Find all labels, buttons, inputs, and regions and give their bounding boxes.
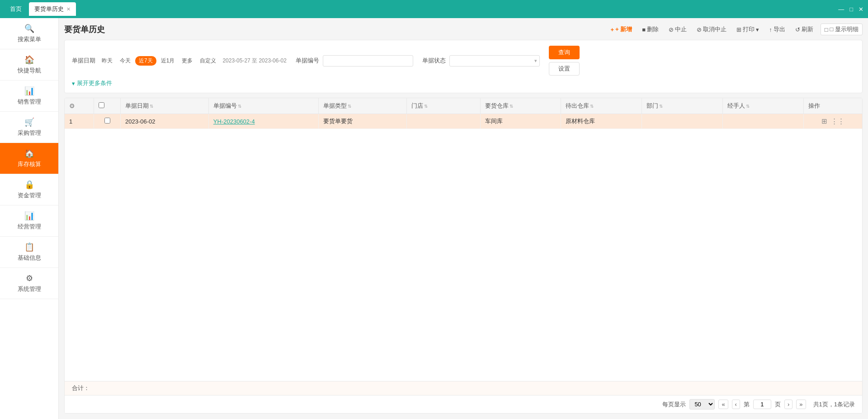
- sidebar-item-ops[interactable]: 📊 经营管理: [0, 205, 58, 237]
- sidebar-item-sales[interactable]: 📊 销售管理: [0, 81, 58, 112]
- sort-reqwh-button[interactable]: 要货仓库 ⇅: [485, 102, 513, 110]
- sort-date-icon: ⇅: [150, 104, 153, 109]
- close-window-icon[interactable]: ✕: [859, 6, 863, 13]
- date-yesterday-btn[interactable]: 昨天: [99, 56, 115, 66]
- sort-handler-button[interactable]: 经手人 ⇅: [727, 102, 750, 110]
- content-area: 要货单历史 + + 新增 ■ 删除 ⊘ 中止 ⊘ 取消中止: [59, 18, 868, 419]
- sidebar-item-purchase-label: 采购管理: [18, 129, 41, 137]
- data-table: ⚙ 单据日期 ⇅: [65, 98, 862, 129]
- sidebar-item-purchase[interactable]: 🛒 采购管理: [0, 112, 58, 143]
- date-filter-label: 单据日期: [72, 57, 95, 65]
- window-controls: — □ ✕: [838, 6, 863, 13]
- sort-type-button[interactable]: 单据类型 ⇅: [323, 102, 351, 110]
- row-more-icon[interactable]: ⋮⋮: [831, 117, 844, 125]
- sidebar-item-finance-label: 资金管理: [18, 191, 41, 200]
- sort-pendwh-button[interactable]: 待出仓库 ⇅: [566, 102, 594, 110]
- sort-dept-button[interactable]: 部门 ⇅: [646, 102, 663, 110]
- sidebar-item-sales-label: 销售管理: [18, 98, 41, 106]
- gear-settings-icon[interactable]: ⚙: [69, 102, 75, 110]
- minimize-icon[interactable]: —: [838, 6, 844, 13]
- sort-reqwh-icon: ⇅: [509, 104, 513, 109]
- toolbar: + + 新增 ■ 删除 ⊘ 中止 ⊘ 取消中止 ⊞ 打印: [608, 24, 863, 35]
- col-header-pend-wh: 待出仓库 ⇅: [561, 98, 642, 114]
- col-header-type: 单据类型 ⇅: [319, 98, 407, 114]
- date-more-btn[interactable]: 更多: [179, 56, 195, 66]
- sort-date-button[interactable]: 单据日期 ⇅: [125, 102, 153, 110]
- row-type: 要货单要货: [319, 114, 407, 129]
- cancel-stop-icon: ⊘: [697, 26, 702, 33]
- print-button[interactable]: ⊞ 打印 ▾: [734, 24, 762, 35]
- new-button[interactable]: + + 新增: [608, 24, 635, 35]
- col-handler-label: 经手人: [727, 102, 745, 110]
- page-number-input[interactable]: [753, 400, 771, 409]
- expand-icon: ▾: [72, 80, 75, 87]
- row-req-wh: 车间库: [480, 114, 561, 129]
- sidebar-item-basic[interactable]: 📋 基础信息: [0, 237, 58, 268]
- sidebar-item-inventory-label: 库存核算: [18, 160, 41, 168]
- print-icon: ⊞: [736, 26, 741, 33]
- expand-more-button[interactable]: ▾ 展开更多条件: [72, 79, 855, 87]
- home-icon: 🏠: [24, 55, 34, 65]
- last-page-button[interactable]: »: [796, 400, 806, 409]
- doc-no-input[interactable]: [323, 55, 413, 67]
- col-ops-label: 操作: [808, 102, 820, 109]
- date-custom-btn[interactable]: 自定义: [197, 56, 219, 66]
- col-header-gear: ⚙: [65, 98, 94, 114]
- sort-num-button[interactable]: 单据编号 ⇅: [213, 102, 241, 110]
- col-store-label: 门店: [411, 102, 423, 110]
- stop-button[interactable]: ⊘ 中止: [666, 24, 689, 35]
- table-body: 1 2023-06-02 YH-20230602-4 要货单要货: [65, 114, 862, 129]
- doc-no-filter-group: 单据编号: [296, 55, 413, 67]
- row-num: YH-20230602-4: [208, 114, 319, 129]
- date-range-buttons: 昨天 今天 近7天 近1月 更多 自定义: [99, 56, 219, 66]
- sort-store-button[interactable]: 门店 ⇅: [411, 102, 428, 110]
- cancel-stop-button[interactable]: ⊘ 取消中止: [694, 24, 729, 35]
- settings-button[interactable]: 设置: [549, 62, 580, 76]
- sort-type-icon: ⇅: [348, 104, 351, 109]
- row-dept: [642, 114, 723, 129]
- sidebar-item-quicknav[interactable]: 🏠 快捷导航: [0, 49, 58, 81]
- row-checkbox[interactable]: [104, 118, 110, 124]
- doc-num-link[interactable]: YH-20230602-4: [213, 118, 255, 125]
- delete-button[interactable]: ■ 删除: [639, 24, 661, 35]
- page-label: 第: [744, 400, 750, 409]
- query-button[interactable]: 查询: [549, 46, 580, 59]
- sidebar-item-search[interactable]: 🔍 搜索菜单: [0, 18, 58, 49]
- sidebar-item-finance[interactable]: 🔒 资金管理: [0, 174, 58, 205]
- refresh-button[interactable]: ↺ 刷新: [793, 24, 816, 35]
- tab-home[interactable]: 首页: [5, 2, 27, 16]
- col-num-label: 单据编号: [213, 102, 237, 110]
- status-select[interactable]: [449, 55, 540, 67]
- prev-page-button[interactable]: ‹: [732, 400, 740, 409]
- col-header-handler: 经手人 ⇅: [722, 98, 803, 114]
- date-today-btn[interactable]: 今天: [117, 56, 133, 66]
- sort-num-icon: ⇅: [238, 104, 241, 109]
- delete-label: 删除: [647, 25, 659, 33]
- tab-requisition-history[interactable]: 要货单历史 ✕: [29, 2, 76, 16]
- status-select-wrapper: ▾: [449, 55, 540, 67]
- checkbox-icon: □: [825, 26, 828, 33]
- close-tab-icon[interactable]: ✕: [66, 6, 71, 12]
- sidebar: 🔍 搜索菜单 🏠 快捷导航 📊 销售管理 🛒 采购管理 🏠 库存核算 🔒 资金管…: [0, 18, 59, 419]
- per-page-select[interactable]: 50 10 20 100: [689, 399, 715, 409]
- display-cell-button[interactable]: □ □ 显示明细: [821, 24, 863, 35]
- date-last7-btn[interactable]: 近7天: [135, 56, 156, 66]
- filter-area: 单据日期 昨天 今天 近7天 近1月 更多 自定义 2023-05-27 至 2…: [64, 40, 863, 93]
- export-button[interactable]: ↑ 导出: [766, 24, 788, 35]
- inventory-icon: 🏠: [24, 148, 34, 158]
- col-header-dept: 部门 ⇅: [642, 98, 723, 114]
- first-page-button[interactable]: «: [718, 400, 728, 409]
- col-dept-label: 部门: [646, 102, 658, 110]
- row-edit-icon[interactable]: ⊞: [821, 117, 827, 125]
- sort-dept-icon: ⇅: [659, 104, 663, 109]
- sidebar-item-inventory[interactable]: 🏠 库存核算: [0, 143, 58, 174]
- date-last-month-btn[interactable]: 近1月: [158, 56, 178, 66]
- col-header-num: 单据编号 ⇅: [208, 98, 319, 114]
- sidebar-item-system[interactable]: ⚙ 系统管理: [0, 268, 58, 299]
- col-header-ops: 操作: [803, 98, 862, 114]
- maximize-icon[interactable]: □: [849, 6, 853, 13]
- next-page-button[interactable]: ›: [784, 400, 793, 409]
- cancel-stop-label: 取消中止: [703, 25, 726, 33]
- select-all-checkbox[interactable]: [99, 102, 104, 108]
- table-scroll[interactable]: ⚙ 单据日期 ⇅: [65, 98, 862, 381]
